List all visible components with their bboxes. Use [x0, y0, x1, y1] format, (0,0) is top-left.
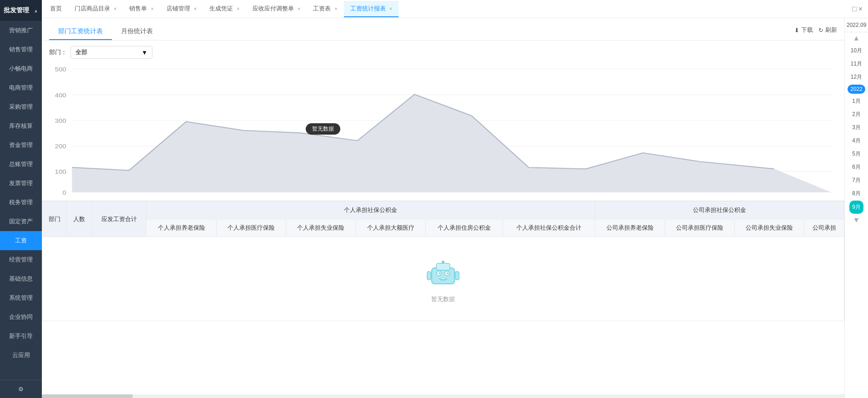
sidebar-item-小畅电商[interactable]: 小畅电商 — [0, 59, 42, 78]
date-item-4月[interactable]: 4月 — [848, 134, 865, 147]
svg-text:200: 200 — [55, 143, 66, 150]
dept-select-value: 全部 — [76, 48, 87, 56]
tab-close-icon[interactable]: × — [298, 6, 300, 11]
col-个人承担医疗保险: 个人承担医疗保险 — [216, 219, 286, 237]
tab-门店商品目录[interactable]: 门店商品目录× — [68, 1, 123, 17]
svg-rect-16 — [427, 272, 431, 280]
date-item-3月[interactable]: 3月 — [848, 121, 865, 134]
stats-table: 部门 人数 应发工资合计 个人承担社保公积金 公司承担社保公积金 个人承担养老保… — [42, 201, 844, 321]
svg-text:500: 500 — [55, 66, 66, 73]
date-item-8月[interactable]: 8月 — [848, 187, 865, 200]
refresh-label: 刷新 — [825, 26, 837, 34]
refresh-button[interactable]: ↻ 刷新 — [818, 26, 837, 34]
sidebar-item-经营管理[interactable]: 经营管理 — [0, 250, 42, 269]
col-count: 人数 — [67, 202, 91, 237]
col-company-公司承担: 公司承担 — [804, 219, 844, 237]
tabbar-actions: □ × — [852, 5, 866, 13]
date-item-11月[interactable]: 11月 — [848, 57, 865, 71]
sub-tab-部门工资统计表[interactable]: 部门工资统计表 — [49, 24, 112, 40]
sidebar-item-工资[interactable]: 工资 — [0, 231, 42, 250]
date-item-1月[interactable]: 1月 — [848, 95, 865, 108]
tab-首页[interactable]: 首页 — [44, 1, 68, 17]
col-个人承担社保公积金合计: 个人承担社保公积金合计 — [503, 219, 595, 237]
close-all-button[interactable]: × — [858, 5, 863, 13]
download-label: 下载 — [801, 26, 813, 34]
sub-tabs: 部门工资统计表月份统计表 ⬇ 下载 ↻ 刷新 — [42, 18, 844, 40]
tab-工资表[interactable]: 工资表× — [307, 1, 343, 17]
download-button[interactable]: ⬇ 下载 — [794, 26, 813, 34]
date-item-6月[interactable]: 6月 — [848, 161, 865, 174]
tabs-container: 首页门店商品目录×销售单×店铺管理×生成凭证×应收应付调整单×工资表×工资统计报… — [44, 1, 852, 17]
col-个人承担住房公积金: 个人承担住房公积金 — [425, 219, 503, 237]
tab-生成凭证[interactable]: 生成凭证× — [203, 1, 246, 17]
chart-svg: 500 400 300 200 100 0 — [49, 64, 837, 201]
sidebar: 批发管理 ▲ 营销推广销售管理小畅电商电商管理采购管理库存核算资金管理总账管理发… — [0, 0, 42, 398]
tab-close-icon[interactable]: × — [194, 6, 197, 11]
download-icon: ⬇ — [794, 27, 799, 34]
sidebar-item-新手引导[interactable]: 新手引导 — [0, 327, 42, 346]
dept-select[interactable]: 全部 ▼ — [71, 46, 152, 59]
sub-tab-月份统计表[interactable]: 月份统计表 — [112, 24, 162, 40]
date-item-10月[interactable]: 10月 — [848, 44, 865, 57]
sidebar-item-云应用[interactable]: 云应用 — [0, 346, 42, 365]
sidebar-title: 批发管理 — [4, 6, 29, 15]
sidebar-header[interactable]: 批发管理 ▲ — [0, 0, 42, 21]
col-company-公司承担医疗保险: 公司承担医疗保险 — [665, 219, 734, 237]
settings-button[interactable]: ⚙ — [0, 380, 42, 398]
svg-rect-17 — [455, 272, 459, 280]
table-row: 暂无数据 — [42, 237, 844, 321]
sidebar-collapse-icon: ▲ — [34, 8, 38, 13]
sidebar-item-销售管理[interactable]: 销售管理 — [0, 40, 42, 59]
sidebar-item-发票管理[interactable]: 发票管理 — [0, 174, 42, 193]
sidebar-item-固定资产[interactable]: 固定资产 — [0, 212, 42, 231]
date-item-5月[interactable]: 5月 — [848, 147, 865, 161]
col-group-personal: 个人承担社保公积金 — [146, 202, 595, 219]
sidebar-item-营销推广[interactable]: 营销推广 — [0, 21, 42, 40]
tab-close-icon[interactable]: × — [114, 6, 116, 11]
sidebar-item-企业协同[interactable]: 企业协同 — [0, 307, 42, 327]
date-items-container: 10月11月12月20221月2月3月4月5月6月7月8月9月 — [848, 44, 865, 214]
tab-close-icon[interactable]: × — [151, 6, 153, 11]
date-nav-up[interactable]: ▲ — [851, 32, 862, 44]
date-item-7月[interactable]: 7月 — [848, 174, 865, 187]
chevron-down-icon: ▼ — [141, 49, 147, 56]
col-个人承担养老保险: 个人承担养老保险 — [146, 219, 216, 237]
date-item-12月[interactable]: 12月 — [848, 71, 865, 84]
settings-icon: ⚙ — [18, 386, 24, 393]
tab-店铺管理[interactable]: 店铺管理× — [160, 1, 203, 17]
svg-text:400: 400 — [55, 92, 66, 99]
sub-tabs-right: ⬇ 下载 ↻ 刷新 — [794, 26, 837, 38]
tab-工资统计报表[interactable]: 工资统计报表× — [344, 1, 399, 17]
date-item-9月[interactable]: 9月 — [849, 201, 863, 214]
tab-销售单[interactable]: 销售单× — [123, 1, 160, 17]
main-area: 首页门店商品目录×销售单×店铺管理×生成凭证×应收应付调整单×工资表×工资统计报… — [42, 0, 868, 398]
date-nav-down[interactable]: ▼ — [851, 214, 862, 226]
sidebar-item-税务管理[interactable]: 税务管理 — [0, 193, 42, 212]
sidebar-item-系统管理[interactable]: 系统管理 — [0, 288, 42, 307]
empty-state: 暂无数据 — [46, 241, 840, 317]
sidebar-item-电商管理[interactable]: 电商管理 — [0, 78, 42, 97]
sidebar-item-总账管理[interactable]: 总账管理 — [0, 155, 42, 174]
sidebar-item-资金管理[interactable]: 资金管理 — [0, 136, 42, 155]
restore-button[interactable]: □ — [852, 5, 857, 13]
refresh-icon: ↻ — [818, 27, 823, 34]
scroll-thumb — [42, 394, 133, 398]
tab-close-icon[interactable]: × — [389, 6, 392, 11]
scroll-indicator[interactable] — [42, 394, 844, 398]
sidebar-item-采购管理[interactable]: 采购管理 — [0, 97, 42, 116]
col-group-company: 公司承担社保公积金 — [595, 202, 844, 219]
filter-label: 部门： — [49, 48, 67, 56]
date-item-2月[interactable]: 2月 — [848, 108, 865, 121]
sidebar-item-基础信息[interactable]: 基础信息 — [0, 269, 42, 288]
date-year-2022[interactable]: 2022 — [848, 85, 865, 94]
col-company-公司承担失业保险: 公司承担失业保险 — [735, 219, 804, 237]
tab-close-icon[interactable]: × — [334, 6, 337, 11]
page: 部门工资统计表月份统计表 ⬇ 下载 ↻ 刷新 部门： 全部 ▼ — [42, 18, 844, 398]
tab-应收应付调整单[interactable]: 应收应付调整单× — [246, 1, 307, 17]
empty-icon — [425, 254, 461, 291]
tab-close-icon[interactable]: × — [237, 6, 239, 11]
col-company-公司承担养老保险: 公司承担养老保险 — [595, 219, 665, 237]
table-area[interactable]: 部门 人数 应发工资合计 个人承担社保公积金 公司承担社保公积金 个人承担养老保… — [42, 201, 844, 394]
sidebar-item-库存核算[interactable]: 库存核算 — [0, 116, 42, 136]
table-sub-headers: 个人承担养老保险个人承担医疗保险个人承担失业保险个人承担大额医疗个人承担住房公积… — [42, 219, 844, 237]
